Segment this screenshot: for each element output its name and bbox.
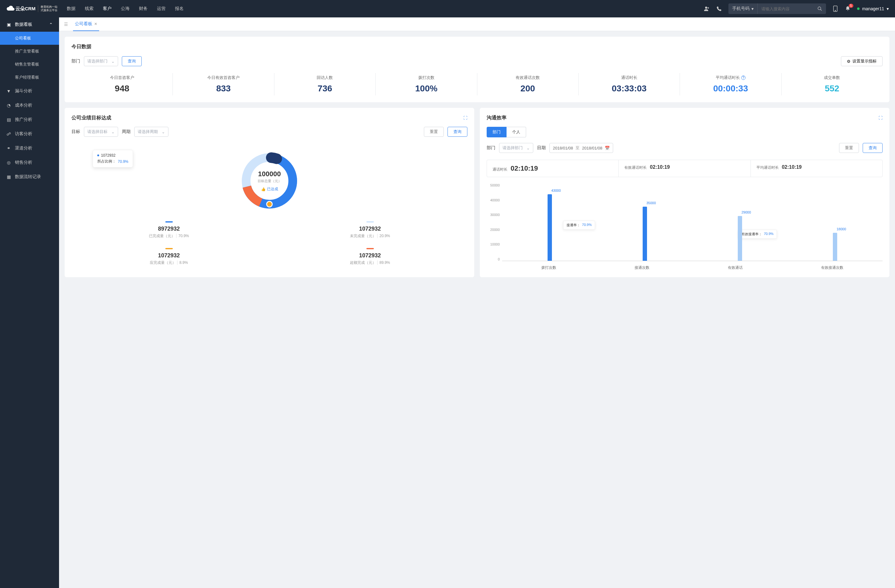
nav-customers[interactable]: 客户: [103, 4, 112, 14]
sidebar-item-funnel[interactable]: ▼漏斗分析: [0, 84, 59, 98]
sidebar-item-account-mgr[interactable]: 客户经理看板: [0, 71, 59, 84]
logo-subtitle: 教育机构一站式服务云平台: [38, 5, 58, 12]
list-icon: ▦: [6, 174, 11, 179]
seg-personal[interactable]: 个人: [507, 127, 526, 137]
nav-pool[interactable]: 公海: [121, 4, 130, 14]
chevron-up-icon: ⌃: [49, 22, 53, 27]
time-stat: 通话时长02:10:19: [487, 160, 619, 177]
expand-icon[interactable]: ⛶: [463, 116, 467, 120]
calendar-icon: 📅: [605, 146, 610, 150]
tab-company-board[interactable]: 公司看板 ✕: [73, 17, 99, 31]
search-type-select[interactable]: 手机号码▾: [728, 3, 758, 14]
bar: 35000: [643, 207, 647, 261]
period-label: 周期: [122, 129, 130, 135]
svg-point-0: [705, 6, 707, 9]
settings-button[interactable]: ⚙设置显示指标: [841, 56, 883, 66]
legend-item: 8972932已完成量（元）70.9%: [71, 221, 266, 239]
comm-dept-select[interactable]: 请选择部门⌄: [499, 143, 533, 153]
logo-cloud-icon: [6, 5, 15, 12]
comm-segment: 部门 个人: [487, 127, 883, 137]
dept-select[interactable]: 请选择部门⌄: [84, 56, 118, 66]
stat-item: 成交单数552: [781, 73, 883, 95]
sidebar-item-sales-mgr[interactable]: 销售主管看板: [0, 58, 59, 71]
close-icon[interactable]: ✕: [94, 22, 97, 26]
annot-connect-rate: 接通率：70.9%: [563, 221, 595, 230]
today-title: 今日数据: [71, 44, 883, 50]
goal-legend: 8972932已完成量（元）70.9%1072932未完成量（元）20.9%10…: [71, 221, 467, 265]
stat-item: 回访人数736: [275, 73, 376, 95]
sidebar-item-visitor[interactable]: ☍访客分析: [0, 127, 59, 141]
sidebar-item-company[interactable]: 公司看板: [0, 32, 59, 45]
date-label: 日期: [537, 145, 546, 151]
svg-point-8: [267, 202, 272, 207]
sidebar-item-channel[interactable]: ⚭渠道分析: [0, 141, 59, 155]
stat-item: 今日首咨客户948: [71, 73, 173, 95]
today-stats: 今日首咨客户948今日有效首咨客户833回访人数736拨打次数100%有效通话次…: [71, 73, 883, 95]
visitor-icon: ☍: [6, 132, 11, 136]
period-select[interactable]: 请选择周期⌄: [134, 127, 168, 137]
expand-icon[interactable]: ⛶: [878, 116, 883, 120]
query-button[interactable]: 查询: [448, 127, 467, 137]
nav-data[interactable]: 数据: [67, 4, 76, 14]
main-nav: 数据 线索 客户 公海 财务 运营 报名: [67, 4, 704, 14]
bell-icon[interactable]: 5: [845, 6, 851, 12]
reset-button[interactable]: 重置: [839, 143, 859, 153]
add-user-icon[interactable]: [704, 6, 710, 12]
time-stat: 平均通话时长02:10:19: [751, 160, 882, 177]
svg-point-1: [818, 7, 821, 10]
nav-finance[interactable]: 财务: [139, 4, 148, 14]
comm-title: 沟通效率: [487, 115, 507, 121]
phone-icon[interactable]: [716, 6, 722, 12]
goal-title: 公司业绩目标达成: [71, 115, 111, 121]
logo[interactable]: 云朵CRM 教育机构一站式服务云平台: [6, 5, 58, 12]
sidebar-item-cost[interactable]: ◔成本分析: [0, 98, 59, 112]
seg-dept[interactable]: 部门: [487, 127, 507, 137]
query-button[interactable]: 查询: [863, 143, 883, 153]
time-stats: 通话时长02:10:19有效通话时长02:10:19平均通话时长02:10:19: [487, 160, 883, 177]
stat-item: 通话时长03:33:03: [579, 73, 680, 95]
username: manager11: [862, 6, 884, 11]
query-button[interactable]: 查询: [122, 56, 142, 66]
user-menu[interactable]: manager11 ▾: [857, 6, 889, 11]
chart-icon: ▤: [6, 117, 11, 122]
clock-icon: ◔: [6, 103, 11, 108]
thumbs-up-icon: 👍: [261, 187, 266, 191]
search-icon[interactable]: [813, 6, 826, 11]
stat-item: 有效通话次数200: [477, 73, 579, 95]
reset-button[interactable]: 重置: [424, 127, 444, 137]
dashboard-icon: ▣: [6, 22, 11, 27]
sidebar-item-flow[interactable]: ▦数据流转记录: [0, 170, 59, 184]
today-card: 今日数据 部门 请选择部门⌄ 查询 ⚙设置显示指标 今日首咨客户948今日有效首…: [65, 37, 889, 102]
tab-menu-icon[interactable]: ☰: [64, 22, 68, 27]
badge-count: 5: [849, 4, 854, 8]
chevron-down-icon: ▾: [887, 6, 889, 11]
stat-item: 今日有效首咨客户833: [173, 73, 274, 95]
nav-signup[interactable]: 报名: [175, 4, 184, 14]
chevron-down-icon: ▾: [751, 6, 754, 11]
help-icon[interactable]: ?: [741, 76, 746, 80]
sidebar: ▣ 数据看板 ⌃ 公司看板 推广主管看板 销售主管看板 客户经理看板 ▼漏斗分析…: [0, 17, 59, 588]
target-icon: ◎: [6, 160, 11, 165]
sidebar-item-promo-mgr[interactable]: 推广主管看板: [0, 45, 59, 58]
nav-ops[interactable]: 运营: [157, 4, 165, 14]
dept-label: 部门: [487, 145, 495, 151]
sidebar-group-dashboard[interactable]: ▣ 数据看板 ⌃: [0, 17, 59, 32]
annot-valid-rate: 有效接通率：70.9%: [738, 230, 777, 239]
legend-item: 1072932未完成量（元）20.9%: [273, 221, 467, 239]
nav-leads[interactable]: 线索: [85, 4, 94, 14]
stat-item: 平均通话时长?00:00:33: [680, 73, 781, 95]
mobile-icon[interactable]: [832, 6, 839, 12]
comm-card: 沟通效率 ⛶ 部门 个人 部门 请选择部门⌄ 日期 2018/01/08 至: [480, 108, 889, 277]
stat-item: 拨打次数100%: [376, 73, 477, 95]
tab-bar: ☰ 公司看板 ✕: [59, 17, 895, 31]
sidebar-item-sales[interactable]: ◎销售分析: [0, 155, 59, 170]
search-group: 手机号码▾: [728, 3, 826, 14]
search-input[interactable]: [758, 3, 813, 14]
target-label: 目标: [71, 129, 80, 135]
date-range-input[interactable]: 2018/01/08 至 2018/01/08 📅: [549, 143, 613, 153]
gear-icon: ⚙: [847, 59, 851, 64]
bar: 29000: [738, 216, 742, 261]
main-content: ☰ 公司看板 ✕ 今日数据 部门 请选择部门⌄ 查询 ⚙设置显示指标 今日首咨客…: [59, 17, 895, 588]
target-select[interactable]: 请选择目标⌄: [84, 127, 118, 137]
sidebar-item-promotion[interactable]: ▤推广分析: [0, 112, 59, 127]
